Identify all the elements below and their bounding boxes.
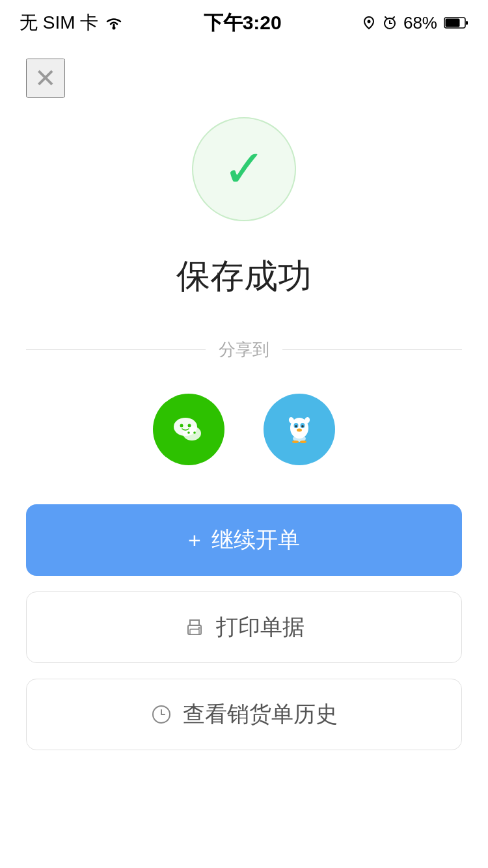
history-label: 查看销货单历史 bbox=[183, 699, 338, 729]
wifi-icon bbox=[105, 16, 123, 30]
svg-point-13 bbox=[188, 424, 191, 427]
share-section: 分享到 bbox=[26, 338, 462, 465]
svg-line-5 bbox=[385, 17, 386, 18]
alarm-icon bbox=[383, 16, 397, 30]
svg-rect-8 bbox=[446, 19, 460, 27]
svg-rect-28 bbox=[190, 629, 199, 634]
svg-point-14 bbox=[187, 431, 190, 434]
svg-point-21 bbox=[297, 429, 302, 432]
svg-point-20 bbox=[301, 425, 304, 427]
close-icon: ✕ bbox=[34, 65, 57, 91]
wechat-share-button[interactable] bbox=[153, 394, 224, 465]
battery-icon bbox=[444, 16, 468, 29]
history-button[interactable]: 查看销货单历史 bbox=[26, 679, 462, 750]
svg-point-26 bbox=[300, 441, 306, 443]
svg-line-6 bbox=[393, 17, 394, 18]
svg-point-0 bbox=[113, 27, 116, 30]
print-button[interactable]: 打印单据 bbox=[26, 591, 462, 663]
status-indicators: 68% bbox=[362, 13, 468, 33]
divider-right bbox=[282, 349, 462, 350]
plus-icon: + bbox=[188, 528, 201, 553]
qq-icon bbox=[278, 409, 320, 450]
divider-left bbox=[26, 349, 206, 350]
svg-point-11 bbox=[183, 426, 201, 441]
svg-point-25 bbox=[292, 441, 299, 443]
share-icons-container bbox=[26, 394, 462, 465]
share-divider: 分享到 bbox=[26, 338, 462, 361]
svg-point-12 bbox=[180, 424, 183, 427]
svg-point-19 bbox=[295, 425, 297, 427]
close-button[interactable]: ✕ bbox=[26, 59, 65, 98]
location-icon bbox=[362, 16, 376, 30]
continue-label: 继续开单 bbox=[211, 525, 300, 555]
svg-point-1 bbox=[367, 20, 370, 23]
print-label: 打印单据 bbox=[216, 612, 305, 642]
main-content: ✕ ✓ 保存成功 分享到 bbox=[0, 46, 488, 868]
wechat-icon bbox=[168, 409, 210, 450]
status-carrier: 无 SIM 卡 bbox=[20, 10, 123, 35]
action-buttons: + 继续开单 打印单据 查看销货单历史 bbox=[26, 504, 462, 750]
success-title: 保存成功 bbox=[176, 254, 312, 299]
share-label: 分享到 bbox=[219, 338, 269, 361]
svg-point-29 bbox=[198, 627, 200, 629]
status-bar: 无 SIM 卡 下午3:20 68% bbox=[0, 0, 488, 46]
clock-icon bbox=[150, 703, 172, 726]
svg-rect-9 bbox=[466, 21, 468, 25]
continue-button[interactable]: + 继续开单 bbox=[26, 504, 462, 576]
qq-share-button[interactable] bbox=[264, 394, 335, 465]
battery-percentage: 68% bbox=[403, 13, 437, 33]
printer-icon bbox=[183, 616, 206, 638]
success-icon-container: ✓ bbox=[192, 117, 296, 221]
svg-point-15 bbox=[193, 431, 196, 434]
status-time: 下午3:20 bbox=[204, 10, 282, 36]
checkmark-icon: ✓ bbox=[223, 143, 266, 195]
